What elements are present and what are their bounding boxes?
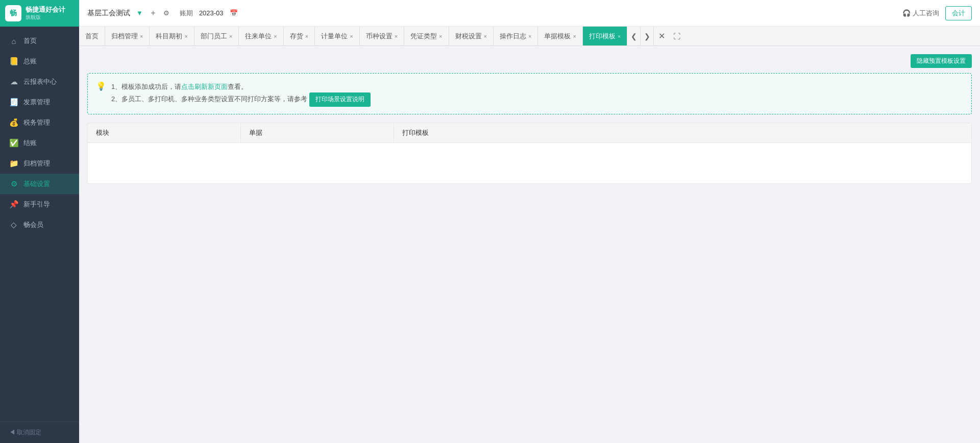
nav-icon-tax: 💰 [9,118,18,127]
nav-icon-checkout: ✅ [9,138,18,148]
sidebar-item-home[interactable]: ⌂首页 [0,31,79,51]
sidebar-item-invoice[interactable]: 🧾发票管理 [0,92,79,112]
tab-label-single_template: 单据模板 [544,32,571,41]
table-col-0: 模块 [88,123,241,143]
sidebar-item-reports[interactable]: ☁云报表中心 [0,72,79,92]
top-bar: 基层工会测试 ▼ ＋ ⚙ 账期 2023-03 📅 🎧 人工咨询 会计 [79,0,980,27]
hide-template-btn[interactable]: 隐藏预置模板设置 [911,54,972,68]
nav-label-settings: 基础设置 [23,179,50,189]
nav-label-archive: 归档管理 [23,159,50,168]
tab-next-btn[interactable]: ❯ [641,27,654,46]
nav-icon-guide: 📌 [9,200,18,209]
customer-service-label: 人工咨询 [913,9,939,18]
tab-bar: 首页归档管理 ×科目期初 ×部门员工 ×往来单位 ×存货 ×计量单位 ×币种设置… [79,27,980,46]
tab-close-department[interactable]: × [229,33,232,39]
period-label: 账期 [180,9,193,18]
nav-icon-member: ◇ [9,220,18,229]
sidebar-item-checkout[interactable]: ✅结账 [0,133,79,153]
add-company-icon[interactable]: ＋ [149,8,157,18]
sidebar-item-settings[interactable]: ⚙基础设置 [0,174,79,194]
nav-icon-ledger: 📒 [9,57,18,66]
tab-operation_log[interactable]: 操作日志 × [494,27,538,46]
bulb-icon: 💡 [96,81,106,107]
refresh-link[interactable]: 点击刷新新页面 [181,83,228,90]
tab-close-print_template[interactable]: × [618,33,621,39]
nav-label-reports: 云报表中心 [23,77,57,86]
nav-label-ledger: 总账 [23,57,37,66]
company-name: 基层工会测试 [87,9,130,18]
tab-label-unit: 计量单位 [321,32,348,41]
company-dropdown-icon[interactable]: ▼ [136,9,143,17]
tab-label-operation_log: 操作日志 [500,32,526,41]
top-right: 🎧 人工咨询 会计 [902,6,972,20]
tab-label-subject: 科目期初 [156,32,182,41]
tab-close-supplier[interactable]: × [274,33,277,39]
tab-label-home: 首页 [85,32,99,41]
tab-close-single_template[interactable]: × [573,33,576,39]
period-value: 2023-03 [199,9,224,17]
customer-service-btn[interactable]: 🎧 人工咨询 [902,9,939,18]
sidebar-item-member[interactable]: ◇畅会员 [0,215,79,235]
tab-inventory[interactable]: 存货 × [284,27,315,46]
tab-currency[interactable]: 币种设置 × [360,27,404,46]
tab-archive[interactable]: 归档管理 × [105,27,150,46]
app-subtitle: 旗舰版 [26,14,65,21]
nav-icon-home: ⌂ [9,37,18,45]
tab-close-operation_log[interactable]: × [528,33,531,39]
tab-voucher_type[interactable]: 凭证类型 × [404,27,449,46]
info-line2: 2、多员工、多打印机、多种业务类型设置不同打印方案等，请参考打印场景设置说明 [111,92,371,107]
tab-close-archive[interactable]: × [140,33,143,39]
tab-label-print_template: 打印模板 [589,32,616,41]
tab-print_template[interactable]: 打印模板 × [583,27,627,46]
calendar-icon[interactable]: 📅 [230,9,238,17]
info-line1-prefix: 1、模板添加成功后，请 [111,83,181,90]
tab-prev-btn[interactable]: ❮ [627,27,641,46]
table-col-2: 打印模板 [394,123,971,143]
sidebar-item-tax[interactable]: 💰税务管理 [0,112,79,133]
sidebar-footer[interactable]: ◀ 取消固定 [0,422,79,443]
main-area: 基层工会测试 ▼ ＋ ⚙ 账期 2023-03 📅 🎧 人工咨询 会计 首页归档… [79,0,980,443]
tab-close-tax_settings[interactable]: × [484,33,487,39]
tab-label-supplier: 往来单位 [245,32,272,41]
sidebar-item-guide[interactable]: 📌新手引导 [0,194,79,215]
table-body [87,143,972,184]
headset-icon: 🎧 [902,9,911,17]
tab-unit[interactable]: 计量单位 × [315,27,359,46]
tab-subject[interactable]: 科目期初 × [150,27,194,46]
tab-expand-btn[interactable]: ⛶ [669,27,684,46]
tab-close-unit[interactable]: × [350,33,353,39]
hide-template-area: 隐藏预置模板设置 [87,54,972,68]
tab-close-inventory[interactable]: × [305,33,308,39]
tab-tax_settings[interactable]: 财税设置 × [449,27,494,46]
info-line2-prefix: 2、多员工、多打印机、多种业务类型设置不同打印方案等，请参考 [111,95,307,103]
tab-label-currency: 币种设置 [366,32,393,41]
info-text: 1、模板添加成功后，请点击刷新新页面查看。 2、多员工、多打印机、多种业务类型设… [111,81,371,107]
tab-single_template[interactable]: 单据模板 × [538,27,582,46]
info-box: 💡 1、模板添加成功后，请点击刷新新页面查看。 2、多员工、多打印机、多种业务类… [87,73,972,114]
account-button[interactable]: 会计 [945,6,972,20]
tab-label-department: 部门员工 [201,32,227,41]
info-line1-suffix: 查看。 [228,83,248,90]
nav-icon-settings: ⚙ [9,179,18,189]
tab-close-all-btn[interactable]: ✕ [654,27,669,46]
nav-label-home: 首页 [23,36,37,45]
sidebar-nav: ⌂首页📒总账☁云报表中心🧾发票管理💰税务管理✅结账📁归档管理⚙基础设置📌新手引导… [0,27,79,422]
sidebar-item-ledger[interactable]: 📒总账 [0,51,79,72]
unpin-label: ◀ 取消固定 [9,428,41,437]
tab-department[interactable]: 部门员工 × [194,27,239,46]
tab-supplier[interactable]: 往来单位 × [239,27,283,46]
tab-home[interactable]: 首页 [79,27,105,46]
tab-close-voucher_type[interactable]: × [439,33,442,39]
company-settings-icon[interactable]: ⚙ [163,9,169,17]
print-scene-btn[interactable]: 打印场景设置说明 [309,92,371,107]
nav-label-member: 畅会员 [23,220,43,229]
info-line1: 1、模板添加成功后，请点击刷新新页面查看。 [111,81,371,92]
tab-close-subject[interactable]: × [184,33,187,39]
table-header: 模块单据打印模板 [87,123,972,143]
nav-label-checkout: 结账 [23,138,37,148]
tab-close-currency[interactable]: × [395,33,398,39]
nav-label-invoice: 发票管理 [23,98,50,107]
nav-icon-archive: 📁 [9,159,18,168]
nav-icon-invoice: 🧾 [9,98,18,107]
sidebar-item-archive[interactable]: 📁归档管理 [0,153,79,174]
